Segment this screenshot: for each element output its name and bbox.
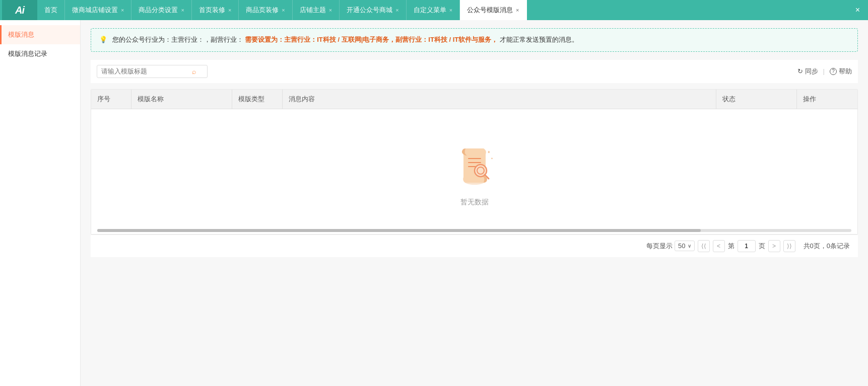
top-nav-bar: Ai 首页微商城店铺设置 ×商品分类设置 ×首页装修 ×商品页装修 ×店铺主题 … (0, 0, 868, 20)
nav-tab-close-template-msg[interactable]: × (516, 7, 519, 13)
toolbar-right: ↻ 同步 | ? 帮助 (797, 67, 852, 76)
nav-tab-custom-menu[interactable]: 自定义菜单 × (407, 0, 460, 20)
search-input[interactable] (101, 67, 192, 75)
nav-tabs: 首页微商城店铺设置 ×商品分类设置 ×首页装修 ×商品页装修 ×店铺主题 ×开通… (37, 0, 849, 20)
page-size-dropdown[interactable]: 50 ∨ (675, 241, 694, 251)
table-header-content: 消息内容 (283, 90, 716, 109)
empty-state-text: 暂无数据 (460, 198, 489, 207)
next-page-button[interactable]: > (768, 240, 780, 252)
nav-tab-close-product-decor[interactable]: × (282, 7, 285, 13)
empty-illustration: ✦ ✦ (449, 139, 500, 190)
page-size-label: 每页显示 (646, 242, 673, 251)
svg-text:✦: ✦ (491, 157, 493, 160)
page-suffix-label: 页 (759, 242, 765, 251)
nav-tab-close-custom-menu[interactable]: × (449, 7, 452, 13)
nav-tab-home-decor[interactable]: 首页装修 × (192, 0, 239, 20)
data-table: 序号模版名称模版类型消息内容状态操作 (91, 89, 858, 235)
nav-tab-template-msg[interactable]: 公众号模版消息 × (460, 0, 526, 20)
nav-tab-close-home-decor[interactable]: × (228, 7, 231, 13)
nav-tab-home[interactable]: 首页 (37, 0, 65, 20)
sync-button[interactable]: ↻ 同步 (797, 67, 818, 76)
scrollbar-thumb[interactable] (97, 229, 701, 232)
page-size-select: 每页显示 50 ∨ (646, 241, 694, 251)
total-records-label: 共0页，0条记录 (804, 242, 850, 251)
first-page-button[interactable]: ⟨⟨ (698, 240, 710, 252)
app-logo: Ai (2, 0, 37, 20)
table-header-seq: 序号 (91, 90, 131, 109)
svg-text:✦: ✦ (487, 150, 491, 155)
nav-tab-open-mall[interactable]: 开通公众号商城 × (340, 0, 406, 20)
last-page-button[interactable]: ⟩⟩ (783, 240, 795, 252)
notice-highlight-text: 需要设置为：主营行业：IT科技 / 互联网|电子商务，副营行业：IT科技 / I… (245, 36, 498, 43)
nav-tab-close-open-mall[interactable]: × (395, 7, 398, 13)
search-toolbar-row: ⌕ ↻ 同步 | ? 帮助 (91, 60, 858, 83)
horizontal-scrollbar[interactable] (91, 227, 857, 234)
main-layout: 模版消息模版消息记录 💡 您的公众号行业为：主营行业：，副营行业： 需要设置为：… (0, 20, 868, 386)
sync-icon: ↻ (797, 67, 803, 75)
sync-label: 同步 (805, 67, 818, 76)
content-area: 💡 您的公众号行业为：主营行业：，副营行业： 需要设置为：主营行业：IT科技 /… (81, 20, 868, 386)
page-number-input[interactable] (738, 240, 756, 252)
nav-tab-category-settings[interactable]: 商品分类设置 × (131, 0, 191, 20)
table-header-name: 模版名称 (131, 90, 232, 109)
nav-tab-close-shop-settings[interactable]: × (121, 7, 124, 13)
sidebar: 模版消息模版消息记录 (0, 20, 81, 386)
sidebar-item-template-msg[interactable]: 模版消息 (0, 25, 80, 44)
toolbar-divider: | (823, 67, 825, 75)
help-button[interactable]: ? 帮助 (830, 67, 852, 76)
nav-tab-shop-theme[interactable]: 店铺主题 × (293, 0, 340, 20)
notice-prefix-text: 您的公众号行业为：主营行业：，副营行业： (112, 36, 243, 43)
prev-page-button[interactable]: < (713, 240, 725, 252)
page-size-value: 50 (678, 242, 685, 250)
table-header-action: 操作 (797, 90, 857, 109)
global-close-button[interactable]: × (849, 6, 866, 15)
search-input-wrap[interactable]: ⌕ (97, 65, 208, 78)
notice-icon: 💡 (99, 36, 107, 43)
search-icon[interactable]: ⌕ (192, 67, 196, 75)
pagination-row: 每页显示 50 ∨ ⟨⟨ < 第 页 > ⟩⟩ 共0页，0条记录 (91, 235, 858, 257)
notice-suffix-text: 才能正常发送预置的消息。 (500, 36, 578, 43)
nav-tab-shop-settings[interactable]: 微商城店铺设置 × (65, 0, 131, 20)
help-label: 帮助 (839, 67, 852, 76)
nav-tab-product-decor[interactable]: 商品页装修 × (239, 0, 292, 20)
table-header-status: 状态 (716, 90, 797, 109)
dropdown-icon: ∨ (688, 243, 691, 249)
page-prefix-label: 第 (728, 242, 735, 251)
scrollbar-track[interactable] (97, 229, 851, 232)
help-icon: ? (830, 68, 837, 75)
sidebar-item-template-record[interactable]: 模版消息记录 (0, 44, 80, 63)
empty-state: ✦ ✦ 暂无数据 (91, 109, 857, 227)
table-header-type: 模版类型 (232, 90, 283, 109)
nav-tab-close-category-settings[interactable]: × (181, 7, 184, 13)
table-header: 序号模版名称模版类型消息内容状态操作 (91, 90, 857, 109)
notice-banner: 💡 您的公众号行业为：主营行业：，副营行业： 需要设置为：主营行业：IT科技 /… (91, 28, 858, 52)
nav-tab-close-shop-theme[interactable]: × (329, 7, 332, 13)
